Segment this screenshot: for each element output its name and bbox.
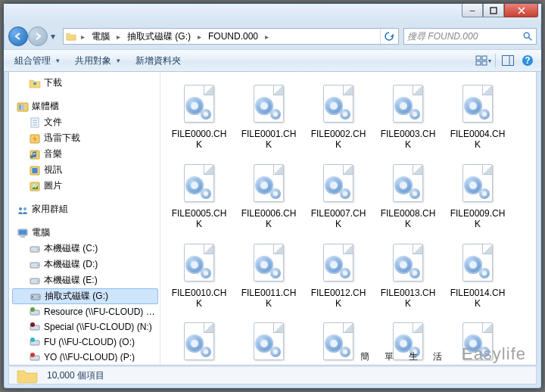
svg-rect-12 [22, 104, 24, 110]
tree-item-label: 下載 [44, 76, 62, 89]
tree-item[interactable]: 媒體櫃 [12, 98, 160, 114]
tree-item[interactable]: 本機磁碟 (C:) [12, 241, 160, 257]
svg-rect-3 [482, 56, 487, 60]
file-item[interactable]: FILE0006.CHK [236, 159, 301, 234]
chk-file-icon [248, 321, 290, 363]
svg-point-36 [30, 307, 35, 312]
back-button[interactable] [8, 26, 28, 46]
tree-item[interactable]: 電腦 [12, 225, 160, 241]
breadcrumb-computer[interactable]: 電腦 [89, 29, 113, 45]
refresh-button[interactable] [380, 29, 397, 44]
file-item[interactable]: FILE0009.CHK [445, 159, 510, 234]
help-button[interactable]: ? [519, 52, 537, 69]
file-item[interactable]: FILE0003.CHK [375, 79, 441, 154]
breadcrumb[interactable]: ▸ 電腦 ▸ 抽取式磁碟 (G:) ▸ FOUND.000 ▸ [63, 28, 399, 45]
file-item[interactable]: FILE0000.CHK [167, 79, 232, 154]
chk-file-icon [178, 242, 220, 285]
file-item[interactable]: FILE0005.CHK [167, 159, 232, 234]
tree-item[interactable]: 視訊 [12, 162, 160, 178]
chk-file-icon [317, 242, 360, 285]
file-label: FILE0002.CHK [310, 129, 367, 151]
close-button[interactable] [504, 4, 538, 17]
tree-item[interactable]: 本機磁碟 (E:) [12, 272, 160, 288]
chevron-right-icon[interactable]: ▸ [195, 33, 204, 41]
maximize-icon [490, 7, 497, 14]
chevron-right-icon[interactable]: ▸ [263, 33, 271, 41]
file-item[interactable]: FILE0014.CHK [445, 238, 510, 313]
tree-item[interactable]: 下載 [12, 75, 160, 91]
tree-item[interactable]: 本機磁碟 (D:) [12, 257, 160, 272]
svg-point-40 [30, 338, 35, 342]
chevron-right-icon[interactable]: ▸ [114, 33, 123, 41]
file-item[interactable]: FILE0016.CHK [236, 317, 301, 365]
file-item[interactable]: FILE0012.CHK [306, 238, 371, 313]
tree-item[interactable]: YO (\\FU-CLOUD) (P:) [12, 350, 160, 362]
toolbar-right: ▾ ? [474, 52, 537, 69]
navigation-bar: ▾ ▸ 電腦 ▸ 抽取式磁碟 (G:) ▸ FOUND.000 ▸ 搜尋 FOU… [4, 23, 541, 49]
chk-file-icon [248, 163, 290, 205]
preview-pane-button[interactable] [499, 52, 517, 69]
chevron-right-icon[interactable]: ▸ [79, 33, 87, 41]
tree-item[interactable]: 圖片 [12, 178, 160, 194]
file-item[interactable]: FILE0017.CHK [306, 317, 371, 365]
svg-point-1 [524, 33, 529, 38]
file-item[interactable]: FILE0007.CHK [306, 159, 371, 234]
file-item[interactable]: FILE0011.CHK [236, 238, 301, 313]
tree-item[interactable]: 迅雷下載 [12, 130, 160, 146]
new-folder-button[interactable]: 新增資料夾 [129, 52, 187, 70]
file-item[interactable]: FILE0010.CHK [167, 238, 232, 313]
tree-item[interactable]: Resource (\\FU-CLOUD) (M:) [12, 304, 160, 319]
file-item[interactable]: FILE0018.CHK [375, 317, 441, 365]
svg-point-22 [23, 207, 26, 210]
file-label: FILE0000.CHK [170, 129, 228, 151]
tree-item[interactable]: Special (\\FU-CLOUD) (N:) [12, 319, 160, 334]
tree-item-label: 抽取式磁碟 (G:) [45, 290, 108, 303]
file-label: FILE0014.CHK [449, 288, 506, 310]
chk-file-icon [248, 83, 290, 126]
svg-rect-33 [32, 296, 33, 298]
tree-item[interactable]: 家用群組 [12, 201, 160, 217]
status-count: 10,000 個項目 [47, 369, 104, 382]
tree-item-label: Resource (\\FU-CLOUD) (M:) [44, 306, 157, 317]
body: 下載媒體櫃文件迅雷下載音樂視訊圖片家用群組電腦本機磁碟 (C:)本機磁碟 (D:… [8, 72, 537, 366]
svg-point-27 [37, 248, 39, 250]
window-buttons: – [462, 4, 538, 17]
share-label: 共用對象 [75, 54, 111, 67]
file-item[interactable]: FILE0002.CHK [306, 79, 371, 154]
chk-file-icon [178, 321, 220, 363]
svg-rect-25 [20, 236, 25, 238]
tree-item[interactable]: 文件 [12, 114, 160, 130]
svg-rect-0 [490, 8, 497, 14]
file-label: FILE0011.CHK [240, 288, 297, 310]
tree-item[interactable]: 抽取式磁碟 (G:) [12, 288, 158, 304]
tree-item-label: 本機磁碟 (E:) [44, 274, 98, 287]
forward-button[interactable] [28, 26, 48, 46]
file-list[interactable]: FILE0000.CHK FILE0001.CHK FILE0002.CHK F… [160, 72, 536, 365]
breadcrumb-folder[interactable]: FOUND.000 [205, 30, 261, 43]
organize-button[interactable]: 組合管理 [8, 52, 66, 70]
file-item[interactable]: FILE0015.CHK [167, 317, 232, 365]
file-item[interactable]: FILE0008.CHK [375, 159, 441, 234]
tree-item-label: 圖片 [44, 179, 62, 192]
tree-item-label: 本機磁碟 (C:) [44, 242, 98, 255]
search-input[interactable]: 搜尋 FOUND.000 [403, 28, 537, 45]
view-options-button[interactable]: ▾ [474, 52, 492, 69]
tree-item-label: 媒體櫃 [32, 100, 59, 113]
navigation-tree[interactable]: 下載媒體櫃文件迅雷下載音樂視訊圖片家用群組電腦本機磁碟 (C:)本機磁碟 (D:… [9, 72, 160, 365]
tree-item[interactable]: 音樂 [12, 146, 160, 162]
history-dropdown[interactable]: ▾ [48, 29, 58, 44]
chk-file-icon [248, 242, 290, 285]
file-item[interactable]: FILE0004.CHK [445, 79, 510, 154]
share-button[interactable]: 共用對象 [69, 52, 126, 70]
minimize-button[interactable]: – [462, 4, 483, 17]
svg-rect-2 [476, 56, 481, 60]
tree-item[interactable]: FU (\\FU-CLOUD) (O:) [12, 334, 160, 350]
chk-file-icon [317, 163, 360, 205]
breadcrumb-drive[interactable]: 抽取式磁碟 (G:) [124, 29, 194, 45]
file-item[interactable]: FILE0019.CHK [445, 317, 510, 365]
file-item[interactable]: FILE0013.CHK [375, 238, 441, 313]
maximize-button[interactable] [483, 4, 504, 17]
file-item[interactable]: FILE0001.CHK [236, 79, 301, 154]
svg-rect-6 [503, 56, 514, 66]
file-label: FILE0004.CHK [449, 129, 506, 151]
